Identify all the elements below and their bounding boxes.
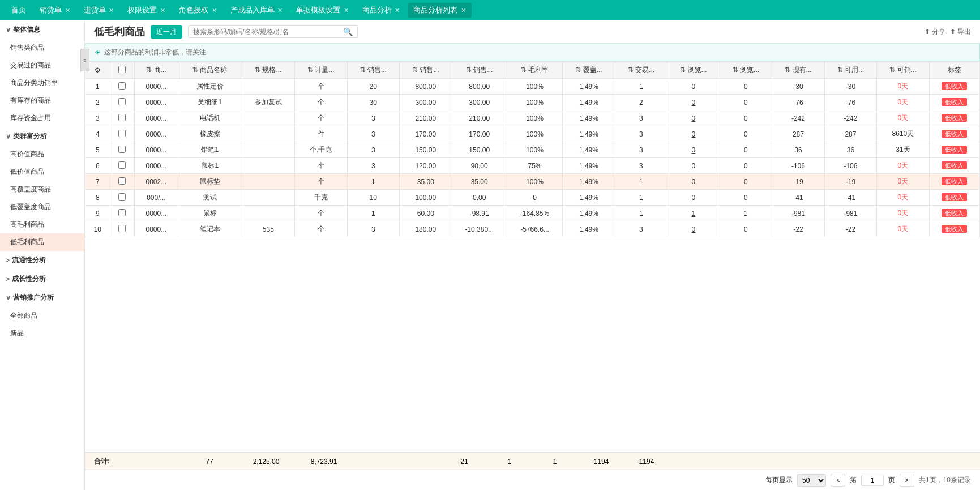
select-all-checkbox[interactable]	[118, 66, 126, 73]
cell-view1-0[interactable]: 0	[667, 79, 720, 95]
col-view1[interactable]: ⇅ 浏览...	[667, 62, 720, 79]
view1-link-0[interactable]: 0	[692, 83, 696, 91]
col-name[interactable]: ⇅ 商品名称	[178, 62, 242, 79]
col-checkbox[interactable]	[110, 62, 134, 79]
sidebar-item-traded-goods[interactable]: 交易过的商品	[0, 57, 84, 74]
cell-view1-9[interactable]: 0	[667, 221, 720, 237]
col-spec[interactable]: ⇅ 规格...	[242, 62, 294, 79]
cell-view1-4[interactable]: 0	[667, 142, 720, 158]
cell-view1-6[interactable]: 0	[667, 174, 720, 190]
sidebar-collapse-button[interactable]: «	[80, 49, 89, 71]
nav-item-role[interactable]: 角色授权 ✕	[173, 3, 222, 18]
nav-close-goods[interactable]: ✕	[395, 7, 400, 14]
page-size-select[interactable]: 50 100 200	[797, 474, 826, 487]
nav-close-product[interactable]: ✕	[277, 7, 283, 14]
nav-item-permission[interactable]: 权限设置 ✕	[122, 3, 171, 18]
cell-checkbox-9[interactable]	[110, 221, 134, 237]
cell-view1-1[interactable]: 0	[667, 95, 720, 110]
prev-page-button[interactable]: ＜	[831, 474, 845, 487]
col-code[interactable]: ⇅ 商...	[134, 62, 178, 79]
row-checkbox-6[interactable]	[118, 177, 126, 185]
view1-link-2[interactable]: 0	[692, 114, 696, 122]
nav-item-purchase[interactable]: 进货单 ✕	[78, 3, 120, 18]
sidebar-item-sales-goods[interactable]: 销售类商品	[0, 39, 84, 57]
sidebar-item-stock-capital[interactable]: 库存资金占用	[0, 109, 84, 127]
nav-close-template[interactable]: ✕	[344, 7, 349, 14]
row-checkbox-3[interactable]	[118, 130, 126, 137]
sidebar-item-new-goods[interactable]: 新品	[0, 325, 84, 342]
row-checkbox-1[interactable]	[118, 98, 126, 105]
next-page-button[interactable]: ＞	[900, 474, 914, 487]
search-input[interactable]	[193, 28, 343, 36]
cell-view1-3[interactable]: 0	[667, 126, 720, 142]
nav-close-permission[interactable]: ✕	[160, 7, 165, 14]
cell-view1-2[interactable]: 0	[667, 110, 720, 126]
export-button[interactable]: ⬆ 导出	[950, 27, 971, 37]
nav-item-home[interactable]: 首页	[6, 3, 32, 18]
cell-view1-5[interactable]: 0	[667, 158, 720, 174]
view1-link-6[interactable]: 0	[692, 178, 696, 186]
sidebar-item-category-rate[interactable]: 商品分类助销率	[0, 74, 84, 92]
nav-item-sales[interactable]: 销货单 ✕	[34, 3, 76, 18]
date-filter-button[interactable]: 近一月	[151, 25, 182, 39]
view1-link-5[interactable]: 0	[692, 162, 696, 170]
cell-view1-7[interactable]: 0	[667, 190, 720, 206]
col-gross-rate[interactable]: ⇅ 毛利率	[507, 62, 562, 79]
col-sellable[interactable]: ⇅ 可销...	[877, 62, 930, 79]
cell-checkbox-6[interactable]	[110, 174, 134, 190]
sidebar-item-high-margin[interactable]: 高毛利商品	[0, 216, 84, 233]
col-sales-qty[interactable]: ⇅ 销售...	[347, 62, 400, 79]
sidebar-item-all-goods[interactable]: 全部商品	[0, 307, 84, 325]
view1-link-4[interactable]: 0	[692, 146, 696, 154]
col-available[interactable]: ⇅ 可用...	[824, 62, 877, 79]
nav-close-goods-list[interactable]: ✕	[461, 7, 466, 14]
nav-close-sales[interactable]: ✕	[65, 7, 70, 14]
view1-link-9[interactable]: 0	[692, 225, 696, 233]
view1-link-8[interactable]: 1	[692, 210, 696, 218]
sidebar-item-high-coverage[interactable]: 高覆盖度商品	[0, 181, 84, 198]
sidebar-group-growth[interactable]: > 成长性分析	[0, 270, 84, 288]
col-cover-rate[interactable]: ⇅ 覆盖...	[563, 62, 615, 79]
cell-checkbox-1[interactable]	[110, 95, 134, 110]
nav-item-product-entry[interactable]: 产成品入库单 ✕	[225, 3, 289, 18]
row-checkbox-0[interactable]	[118, 82, 126, 90]
col-current[interactable]: ⇅ 现有...	[772, 62, 825, 79]
cell-checkbox-4[interactable]	[110, 142, 134, 158]
view1-link-7[interactable]: 0	[692, 194, 696, 202]
page-number-input[interactable]	[861, 475, 884, 486]
cell-checkbox-2[interactable]	[110, 110, 134, 126]
nav-item-goods-analysis-list[interactable]: 商品分析列表 ✕	[408, 3, 472, 18]
share-button[interactable]: ⬆ 分享	[925, 27, 945, 37]
sidebar-group-cluster[interactable]: ∨ 类群富分析	[0, 127, 84, 146]
sidebar-group-overview[interactable]: ∨ 整体信息	[0, 20, 84, 39]
cell-view1-8[interactable]: 1	[667, 206, 720, 221]
cell-checkbox-5[interactable]	[110, 158, 134, 174]
col-sales-amount[interactable]: ⇅ 销售...	[452, 62, 507, 79]
sidebar-item-high-value[interactable]: 高价值商品	[0, 146, 84, 163]
row-checkbox-5[interactable]	[118, 161, 126, 169]
view1-link-1[interactable]: 0	[692, 99, 696, 106]
col-view2[interactable]: ⇅ 浏览...	[720, 62, 772, 79]
sidebar-item-low-margin[interactable]: 低毛利商品	[0, 233, 84, 251]
cell-checkbox-3[interactable]	[110, 126, 134, 142]
search-icon[interactable]: 🔍	[343, 27, 353, 36]
sidebar-item-stocked-goods[interactable]: 有库存的商品	[0, 92, 84, 109]
col-sales-price[interactable]: ⇅ 销售...	[400, 62, 452, 79]
sidebar-group-circulation[interactable]: > 流通性分析	[0, 251, 84, 270]
row-checkbox-4[interactable]	[118, 146, 126, 153]
settings-icon[interactable]: ⚙	[95, 66, 101, 74]
sidebar-group-marketing[interactable]: ∨ 营销推广分析	[0, 288, 84, 307]
row-checkbox-7[interactable]	[118, 193, 126, 201]
row-checkbox-2[interactable]	[118, 114, 126, 121]
cell-checkbox-8[interactable]	[110, 206, 134, 221]
sidebar-item-low-coverage[interactable]: 低覆盖度商品	[0, 198, 84, 216]
nav-item-goods-analysis[interactable]: 商品分析 ✕	[357, 3, 406, 18]
nav-item-template[interactable]: 单据模板设置 ✕	[290, 3, 354, 18]
col-trade[interactable]: ⇅ 交易...	[615, 62, 667, 79]
row-checkbox-8[interactable]	[118, 209, 126, 216]
view1-link-3[interactable]: 0	[692, 130, 696, 138]
nav-close-purchase[interactable]: ✕	[109, 7, 114, 14]
sidebar-item-low-value[interactable]: 低价值商品	[0, 163, 84, 181]
row-checkbox-9[interactable]	[118, 225, 126, 232]
cell-checkbox-0[interactable]	[110, 79, 134, 95]
